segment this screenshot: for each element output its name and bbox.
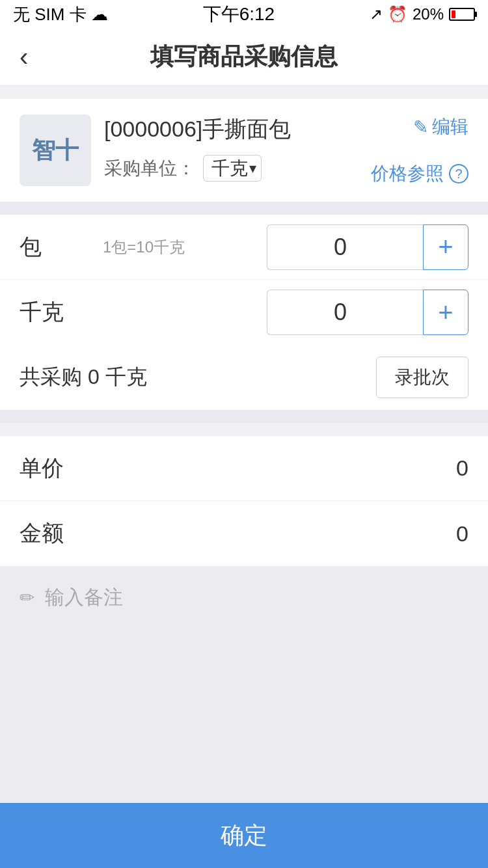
amount-row: 金额 0 bbox=[0, 501, 488, 566]
kg-input[interactable] bbox=[267, 290, 423, 335]
alarm-icon: ⏰ bbox=[388, 5, 407, 23]
bao-input-row: 包 1包=10千克 + bbox=[0, 215, 488, 280]
pencil-icon: ✏ bbox=[20, 587, 34, 608]
sim-status: 无 SIM 卡 ☁ bbox=[13, 3, 108, 26]
page-title: 填写商品采购信息 bbox=[150, 41, 338, 73]
summary-text: 共采购 0 千克 bbox=[20, 363, 376, 392]
bao-label: 包 bbox=[20, 232, 98, 262]
confirm-button[interactable]: 确定 bbox=[0, 803, 488, 868]
unit-price-row: 单价 0 bbox=[0, 436, 488, 501]
batch-button[interactable]: 录批次 bbox=[376, 357, 468, 398]
product-card: 智十 [0000006]手撕面包 采购单位： 千克 ✎ 编辑 价格参照 ? bbox=[0, 99, 488, 202]
amount-value: 0 bbox=[456, 521, 468, 547]
battery-percent: 20% bbox=[413, 5, 444, 23]
unit-label: 采购单位： bbox=[104, 156, 195, 181]
bao-plus-button[interactable]: + bbox=[423, 224, 468, 270]
section-divider-1 bbox=[0, 202, 488, 215]
unit-price-value: 0 bbox=[456, 455, 468, 481]
edit-icon: ✎ bbox=[413, 116, 428, 138]
section-divider-2 bbox=[0, 410, 488, 423]
kg-plus-button[interactable]: + bbox=[423, 290, 468, 335]
unit-price-label: 单价 bbox=[20, 454, 456, 483]
product-logo: 智十 bbox=[32, 135, 79, 167]
edit-button[interactable]: ✎ 编辑 bbox=[413, 115, 468, 139]
signal-icon: ↗ bbox=[370, 5, 383, 23]
bao-sub-label: 1包=10千克 bbox=[103, 237, 267, 258]
kg-field-wrapper: + bbox=[267, 290, 468, 335]
status-time: 下午6:12 bbox=[203, 2, 275, 27]
notes-placeholder: 输入备注 bbox=[45, 584, 123, 611]
quantity-input-section: 包 1包=10千克 + 千克 + bbox=[0, 215, 488, 345]
price-ref-button[interactable]: 价格参照 ? bbox=[371, 161, 468, 186]
info-icon: ? bbox=[449, 164, 468, 183]
amount-label: 金额 bbox=[20, 519, 456, 549]
bao-input[interactable] bbox=[267, 224, 423, 270]
product-image: 智十 bbox=[20, 115, 91, 186]
summary-row: 共采购 0 千克 录批次 bbox=[0, 345, 488, 410]
status-left: 无 SIM 卡 ☁ bbox=[13, 3, 108, 26]
price-ref-label: 价格参照 bbox=[371, 161, 444, 186]
nav-bar: ‹ 填写商品采购信息 bbox=[0, 29, 488, 86]
kg-label: 千克 bbox=[20, 297, 98, 327]
unit-select-wrapper[interactable]: 千克 bbox=[203, 155, 262, 182]
price-section: 单价 0 金额 0 bbox=[0, 436, 488, 566]
empty-area bbox=[0, 629, 488, 824]
status-right: ↗ ⏰ 20% bbox=[370, 5, 475, 23]
kg-input-row: 千克 + bbox=[0, 280, 488, 345]
bao-field-wrapper: + bbox=[267, 224, 468, 270]
notes-section[interactable]: ✏ 输入备注 bbox=[0, 566, 488, 629]
battery-icon bbox=[449, 8, 475, 21]
unit-select[interactable]: 千克 bbox=[203, 155, 262, 182]
back-button[interactable]: ‹ bbox=[20, 42, 28, 72]
edit-label: 编辑 bbox=[432, 115, 468, 139]
status-bar: 无 SIM 卡 ☁ 下午6:12 ↗ ⏰ 20% bbox=[0, 0, 488, 29]
